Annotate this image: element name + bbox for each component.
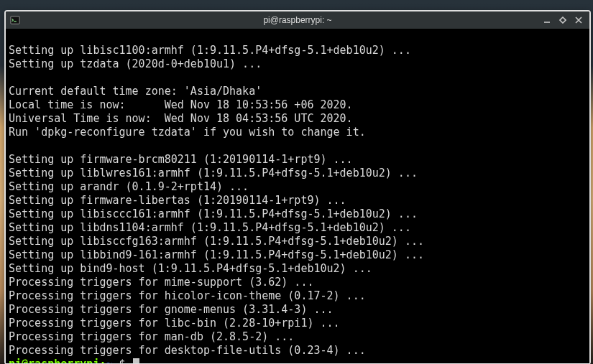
prompt-path: ~ xyxy=(106,358,119,363)
prompt-user-host: pi@raspberrypi xyxy=(9,358,99,363)
close-button[interactable] xyxy=(574,15,584,25)
maximize-button[interactable] xyxy=(558,15,568,25)
prompt[interactable]: pi@raspberrypi:~ $ xyxy=(9,358,587,363)
terminal-line: Setting up tzdata (2020d-0+deb10u1) ... xyxy=(9,57,262,70)
terminal-line: Setting up firmware-libertas (1:20190114… xyxy=(9,194,346,207)
terminal-output[interactable]: Setting up libisc1100:armhf (1:9.11.5.P4… xyxy=(6,29,589,363)
terminal-line: Setting up liblwres161:armhf (1:9.11.5.P… xyxy=(9,167,418,179)
terminal-line: Local time is now: Wed Nov 18 10:53:56 +… xyxy=(9,98,353,111)
terminal-window: pi@raspberrypi: ~ Setting up libisc1100:… xyxy=(4,10,591,364)
terminal-line: Processing triggers for man-db (2.8.5-2)… xyxy=(9,330,294,343)
terminal-line: Setting up libdns1104:armhf (1:9.11.5.P4… xyxy=(9,221,411,234)
terminal-line: Processing triggers for gnome-menus (3.3… xyxy=(9,303,334,316)
window-title: pi@raspberrypi: ~ xyxy=(6,15,589,25)
terminal-line: Universal Time is now: Wed Nov 18 04:53:… xyxy=(9,112,353,125)
terminal-line: Setting up libisccfg163:armhf (1:9.11.5.… xyxy=(9,235,424,248)
terminal-line: Setting up bind9-host (1:9.11.5.P4+dfsg-… xyxy=(9,262,372,275)
svg-rect-0 xyxy=(11,17,19,24)
terminal-line: Setting up firmware-brcm80211 (1:2019011… xyxy=(9,153,353,166)
terminal-line: Current default time zone: 'Asia/Dhaka' xyxy=(9,85,262,98)
terminal-line: Processing triggers for desktop-file-uti… xyxy=(9,344,366,357)
titlebar[interactable]: pi@raspberrypi: ~ xyxy=(6,11,589,29)
terminal-line: Processing triggers for hicolor-icon-the… xyxy=(9,289,366,302)
minimize-button[interactable] xyxy=(542,15,552,25)
terminal-icon xyxy=(10,15,20,25)
terminal-line: Setting up libbind9-161:armhf (1:9.11.5.… xyxy=(9,248,424,261)
terminal-line: Setting up libisc1100:armhf (1:9.11.5.P4… xyxy=(9,44,411,57)
cursor xyxy=(133,358,139,363)
prompt-colon: : xyxy=(99,358,106,363)
terminal-line: Setting up arandr (0.1.9-2+rpt14) ... xyxy=(9,180,249,193)
terminal-line: Processing triggers for libc-bin (2.28-1… xyxy=(9,317,340,330)
prompt-symbol: $ xyxy=(119,358,132,363)
terminal-line: Setting up libisccc161:armhf (1:9.11.5.P… xyxy=(9,207,418,220)
window-controls xyxy=(539,11,587,29)
terminal-line: Run 'dpkg-reconfigure tzdata' if you wis… xyxy=(9,126,366,139)
terminal-line: Processing triggers for mime-support (3.… xyxy=(9,276,313,289)
